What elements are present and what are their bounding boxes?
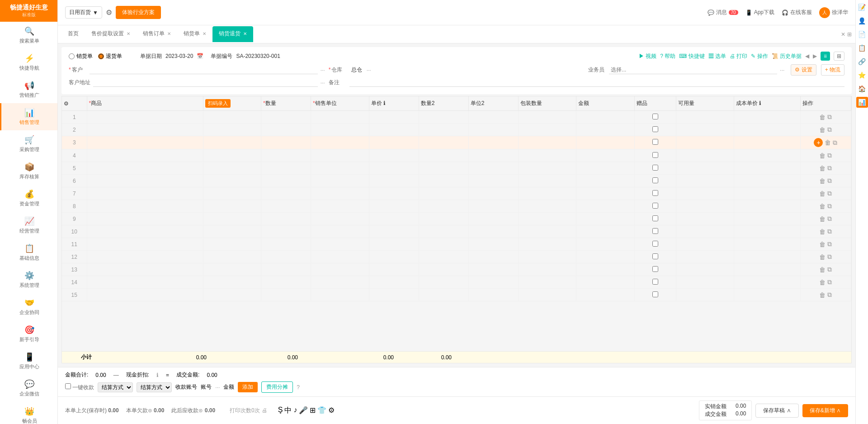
topbar-gear-icon[interactable]: ⚙ [106, 8, 112, 17]
row-unit2-3[interactable] [468, 136, 518, 149]
s-icon-1[interactable]: Ş [278, 406, 283, 415]
copy-row-icon-3[interactable]: ⧉ [833, 139, 837, 147]
row-product-10[interactable] [87, 225, 203, 238]
row-unit2-12[interactable] [468, 251, 518, 263]
row-available-15[interactable] [676, 289, 734, 301]
prev-doc-icon[interactable]: ◀ [805, 53, 809, 59]
row-amount-1[interactable] [576, 111, 634, 124]
row-cost-price-2[interactable] [734, 124, 801, 136]
row-gift-13[interactable] [634, 263, 676, 276]
row-unit-10[interactable] [311, 225, 369, 238]
copy-row-icon-13[interactable]: ⧉ [827, 266, 832, 273]
row-price-8[interactable] [369, 200, 419, 213]
row-product-5[interactable] [87, 162, 203, 175]
sidebar-item-wechat[interactable]: 💬 企业微信 [0, 375, 57, 402]
row-product-9[interactable] [87, 213, 203, 225]
sidebar-item-operations[interactable]: 📈 经营管理 [0, 212, 57, 239]
row-unit-11[interactable] [311, 238, 369, 251]
row-gift-5[interactable] [634, 162, 676, 175]
row-qty2-9[interactable] [419, 213, 468, 225]
row-product-7[interactable] [87, 187, 203, 200]
right-icon-list[interactable]: 📋 [856, 43, 868, 53]
sidebar-item-appstore[interactable]: 📱 应用中心 [0, 348, 57, 375]
row-cost-price-11[interactable] [734, 238, 801, 251]
tab-sales-delivery[interactable]: 销货单 ✕ [177, 26, 212, 42]
right-icon-chart[interactable]: 📊 [856, 97, 868, 108]
row-gift-4[interactable] [634, 149, 676, 162]
account-method-select2[interactable]: 结算方式 [137, 382, 172, 392]
row-qty-3[interactable] [261, 136, 311, 149]
add-button[interactable]: 添加 [238, 382, 258, 392]
copy-row-icon-8[interactable]: ⧉ [827, 202, 832, 210]
row-qty-13[interactable] [261, 263, 311, 276]
row-qty-12[interactable] [261, 251, 311, 263]
row-qty-15[interactable] [261, 289, 311, 301]
sidebar-item-enterprise[interactable]: 🤝 企业协同 [0, 293, 57, 320]
sidebar-item-basic[interactable]: 📋 基础信息 [0, 239, 57, 266]
row-price-4[interactable] [369, 149, 419, 162]
row-available-7[interactable] [676, 187, 734, 200]
row-available-8[interactable] [676, 200, 734, 213]
row-available-10[interactable] [676, 225, 734, 238]
row-qty-4[interactable] [261, 149, 311, 162]
row-unit-14[interactable] [311, 276, 369, 289]
tab-sales-order[interactable]: 销售订单 ✕ [137, 26, 177, 42]
row-available-5[interactable] [676, 162, 734, 175]
row-qty-6[interactable] [261, 175, 311, 187]
sidebar-item-vip[interactable]: 👑 畅会员 [0, 402, 57, 424]
account-method-select[interactable]: 结算方式 [98, 382, 133, 392]
row-price-13[interactable] [369, 263, 419, 276]
s-icon-3[interactable]: ♪ [293, 406, 297, 415]
right-icon-link[interactable]: 🔗 [856, 56, 868, 67]
row-product-14[interactable] [87, 276, 203, 289]
copy-row-icon-1[interactable]: ⧉ [827, 113, 832, 121]
row-pack-qty-7[interactable] [518, 187, 576, 200]
sidebar-item-sales[interactable]: 📊 销售管理 [0, 103, 57, 130]
row-price-11[interactable] [369, 238, 419, 251]
calendar-icon[interactable]: 📅 [197, 53, 203, 59]
row-pack-qty-13[interactable] [518, 263, 576, 276]
row-cost-price-9[interactable] [734, 213, 801, 225]
row-unit2-6[interactable] [468, 175, 518, 187]
row-product-6[interactable] [87, 175, 203, 187]
tab-price-settings[interactable]: 售价提取设置 ✕ [85, 26, 137, 42]
print-icon[interactable]: 🖨 [262, 407, 267, 414]
app-download-item[interactable]: 📱 App下载 [745, 9, 774, 16]
setting-button[interactable]: ⚙ 设置 [791, 64, 816, 76]
row-cost-price-10[interactable] [734, 225, 801, 238]
copy-row-icon-5[interactable]: ⧉ [827, 164, 832, 172]
select-action[interactable]: ☰ 选单 [708, 52, 726, 60]
sidebar-item-shortcut[interactable]: ⚡ 快捷导航 [0, 49, 57, 76]
row-unit2-2[interactable] [468, 124, 518, 136]
sidebar-item-newbie[interactable]: 🎯 新手引导 [0, 320, 57, 348]
daily-select[interactable]: 日用百货 ▼ [65, 6, 102, 19]
row-pack-qty-10[interactable] [518, 225, 576, 238]
warehouse-picker-icon[interactable]: ··· [367, 67, 371, 73]
row-amount-8[interactable] [576, 200, 634, 213]
delete-row-icon-15[interactable]: 🗑 [819, 291, 826, 299]
tab-sales-delivery-close-icon[interactable]: ✕ [203, 31, 206, 36]
row-unit-12[interactable] [311, 251, 369, 263]
row-unit-4[interactable] [311, 149, 369, 162]
row-price-6[interactable] [369, 175, 419, 187]
right-icon-doc[interactable]: 📄 [856, 29, 868, 40]
user-item[interactable]: 人 徐泽华 [819, 7, 848, 18]
row-pack-qty-8[interactable] [518, 200, 576, 213]
fee-split-button[interactable]: 费用分摊 [261, 381, 293, 393]
delete-row-icon-1[interactable]: 🗑 [819, 114, 826, 121]
row-amount-11[interactable] [576, 238, 634, 251]
row-unit-7[interactable] [311, 187, 369, 200]
row-qty2-11[interactable] [419, 238, 468, 251]
salesperson-picker-icon[interactable]: ··· [780, 67, 784, 73]
row-qty2-6[interactable] [419, 175, 468, 187]
row-gift-2[interactable] [634, 124, 676, 136]
right-icon-note[interactable]: 📝 [856, 2, 868, 13]
s-icon-5[interactable]: ⊞ [310, 406, 316, 415]
row-pack-qty-9[interactable] [518, 213, 576, 225]
delete-row-icon-11[interactable]: 🗑 [819, 241, 826, 248]
row-cost-price-6[interactable] [734, 175, 801, 187]
row-product-3[interactable] [87, 136, 203, 149]
sidebar-item-system[interactable]: ⚙️ 系统管理 [0, 266, 57, 293]
row-unit-1[interactable] [311, 111, 369, 124]
row-unit2-9[interactable] [468, 213, 518, 225]
